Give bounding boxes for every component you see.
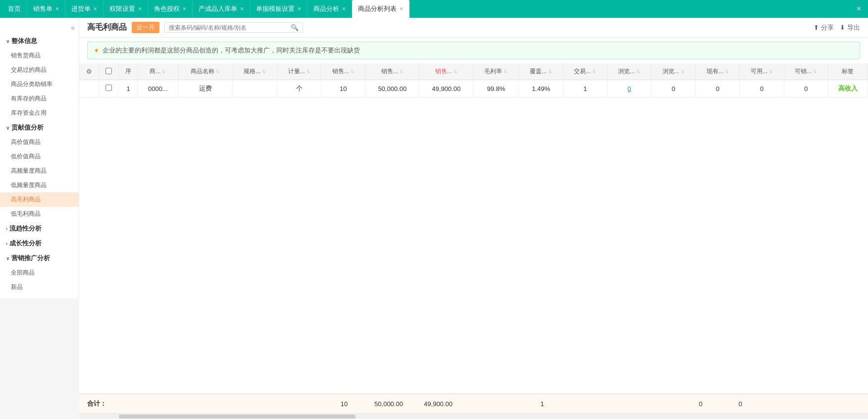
col-coverage[interactable]: 覆盖...⇅	[519, 63, 563, 80]
table-row: 1 0000... 运费 个 10 50,000.00 49,900.00 99…	[79, 80, 868, 97]
sidebar-group-overall[interactable]: ∨ 整体信息	[0, 34, 79, 48]
col-index: 序	[119, 63, 138, 80]
footer-current-stock	[641, 400, 681, 408]
row-unit: 个	[277, 80, 321, 97]
sidebar-item-goods-assist-rate[interactable]: 商品分类助销率	[0, 77, 79, 92]
growth-arrow: ›	[6, 241, 7, 246]
sort-icon-sellable-stock: ⇅	[813, 69, 817, 74]
sidebar-item-sales-goods[interactable]: 销售货商品	[0, 48, 79, 63]
sidebar-collapse-btn[interactable]: «	[71, 24, 75, 32]
sidebar-item-high-margin[interactable]: 高毛利商品	[0, 192, 79, 207]
close-all-tabs[interactable]: ×	[852, 4, 866, 13]
nav-purchase[interactable]: 进货单 ×	[65, 0, 103, 18]
scroll-thumb[interactable]	[119, 415, 356, 419]
search-input[interactable]	[169, 24, 291, 31]
export-btn[interactable]: ⬇ 导出	[840, 23, 860, 32]
close-role-tab[interactable]: ×	[183, 5, 186, 12]
nav-template[interactable]: 单据模板设置 ×	[250, 0, 307, 18]
row-tag: 高收入	[828, 80, 868, 97]
sidebar-item-inventory-capital[interactable]: 库存资金占用	[0, 106, 79, 120]
footer-values: 10 50,000.00 49,900.00 1 0 0	[116, 400, 860, 408]
search-icon[interactable]: 🔍	[291, 24, 299, 31]
sidebar-item-all-goods[interactable]: 全部商品	[0, 266, 79, 280]
sort-icon-spec: ⇅	[262, 69, 266, 74]
overall-arrow: ∨	[6, 39, 9, 44]
col-sales-profit[interactable]: 销售...⇅	[419, 63, 473, 80]
horizontal-scrollbar[interactable]	[79, 413, 868, 419]
sidebar: « ∨ 整体信息 销售货商品 交易过的商品 商品分类助销率 有库存的商品 库存资…	[0, 18, 79, 298]
sort-icon-sales-qty: ⇅	[351, 69, 355, 74]
nav-permission[interactable]: 权限设置 ×	[103, 0, 148, 18]
close-product-inbound-tab[interactable]: ×	[240, 5, 244, 12]
footer-coverage	[493, 400, 522, 408]
nav-product-inbound[interactable]: 产成品入库单 ×	[193, 0, 250, 18]
close-sales-tab[interactable]: ×	[55, 5, 59, 12]
nav-sales[interactable]: 销售单 ×	[27, 0, 65, 18]
col-code[interactable]: 商...⇅	[138, 63, 178, 80]
col-sales-qty[interactable]: 销售...⇅	[321, 63, 365, 80]
sidebar-item-new-goods[interactable]: 新品	[0, 280, 79, 294]
row-checkbox[interactable]	[99, 80, 119, 97]
share-btn[interactable]: ⬆ 分享	[814, 23, 834, 32]
row-browse1[interactable]: 0	[607, 80, 651, 97]
row-coverage: 1.49%	[519, 80, 563, 97]
close-permission-tab[interactable]: ×	[138, 5, 142, 12]
footer-available-stock: 0	[681, 400, 720, 408]
col-settings: ⚙	[79, 63, 99, 80]
sort-icon-code: ⇅	[162, 69, 166, 74]
row-settings	[79, 80, 99, 97]
col-name[interactable]: 商品名称⇅	[178, 63, 233, 80]
header-actions: ⬆ 分享 ⬇ 导出	[814, 23, 860, 32]
sidebar-group-marketing[interactable]: ∨ 营销推广分析	[0, 251, 79, 266]
sidebar-item-low-freq[interactable]: 低频量度商品	[0, 178, 79, 192]
sidebar-item-high-freq[interactable]: 高频量度商品	[0, 164, 79, 178]
footer-sales-profit: 49,900.00	[413, 400, 463, 408]
col-unit[interactable]: 计量...⇅	[277, 63, 321, 80]
col-trade-count[interactable]: 交易...⇅	[563, 63, 607, 80]
close-purchase-tab[interactable]: ×	[94, 5, 97, 12]
row-trade-count: 1	[563, 80, 607, 97]
col-sales-amount[interactable]: 销售...⇅	[365, 63, 419, 80]
sidebar-item-high-value[interactable]: 高价值商品	[0, 135, 79, 149]
col-spec[interactable]: 规格...⇅	[233, 63, 277, 80]
top-nav: 首页 销售单 × 进货单 × 权限设置 × 角色授权 × 产成品入库单 × 单据…	[0, 0, 868, 18]
sort-icon-trade-count: ⇅	[592, 69, 596, 74]
sort-icon-current-stock: ⇅	[725, 69, 729, 74]
select-all-checkbox[interactable]	[105, 68, 112, 74]
sidebar-item-traded-goods[interactable]: 交易过的商品	[0, 63, 79, 77]
row-select-checkbox[interactable]	[105, 85, 112, 91]
sort-icon-margin-rate: ⇅	[504, 69, 508, 74]
col-browse1[interactable]: 浏览...⇅	[607, 63, 651, 80]
col-margin-rate[interactable]: 毛利率⇅	[473, 63, 519, 80]
marketing-arrow: ∨	[6, 256, 9, 261]
close-analysis-tab[interactable]: ×	[342, 5, 346, 12]
close-analysis-list-tab[interactable]: ×	[400, 5, 403, 12]
sort-icon-coverage: ⇅	[548, 69, 552, 74]
nav-analysis[interactable]: 商品分析 ×	[307, 0, 352, 18]
footer-label: 合计：	[87, 399, 106, 408]
sort-icon-sales-profit: ⇅	[454, 69, 458, 74]
col-sellable-stock[interactable]: 可销...⇅	[784, 63, 828, 80]
close-template-tab[interactable]: ×	[298, 5, 301, 12]
sidebar-group-growth[interactable]: › 成长性分析	[0, 236, 79, 251]
sidebar-group-contribution-items: 高价值商品 低价值商品 高频量度商品 低频量度商品 高毛利商品 低毛利商品	[0, 135, 79, 221]
settings-icon[interactable]: ⚙	[86, 68, 92, 75]
table-footer: 合计： 10 50,000.00 49,900.00 1 0 0	[79, 393, 868, 413]
footer-sales-amount: 50,000.00	[364, 400, 413, 408]
sidebar-item-inventory-goods[interactable]: 有库存的商品	[0, 92, 79, 106]
footer-margin-rate	[463, 400, 493, 408]
main-area: « ∨ 整体信息 销售货商品 交易过的商品 商品分类助销率 有库存的商品 库存资…	[0, 18, 868, 419]
nav-analysis-list[interactable]: 商品分析列表 ×	[352, 0, 409, 18]
col-browse2[interactable]: 浏览...⇅	[652, 63, 696, 80]
sort-icon-name: ⇅	[216, 69, 220, 74]
col-available-stock[interactable]: 可用...⇅	[740, 63, 784, 80]
filter-recent-month-btn[interactable]: 近一月	[132, 22, 159, 33]
nav-role[interactable]: 角色授权 ×	[148, 0, 193, 18]
col-current-stock[interactable]: 现有...⇅	[696, 63, 740, 80]
sidebar-group-trend[interactable]: › 流趋性分析	[0, 221, 79, 236]
nav-home[interactable]: 首页	[2, 0, 27, 18]
sidebar-item-low-margin[interactable]: 低毛利商品	[0, 207, 79, 221]
search-box: 🔍	[164, 22, 303, 33]
sidebar-item-low-value[interactable]: 低价值商品	[0, 149, 79, 164]
sidebar-group-contribution[interactable]: ∨ 贡献值分析	[0, 120, 79, 135]
